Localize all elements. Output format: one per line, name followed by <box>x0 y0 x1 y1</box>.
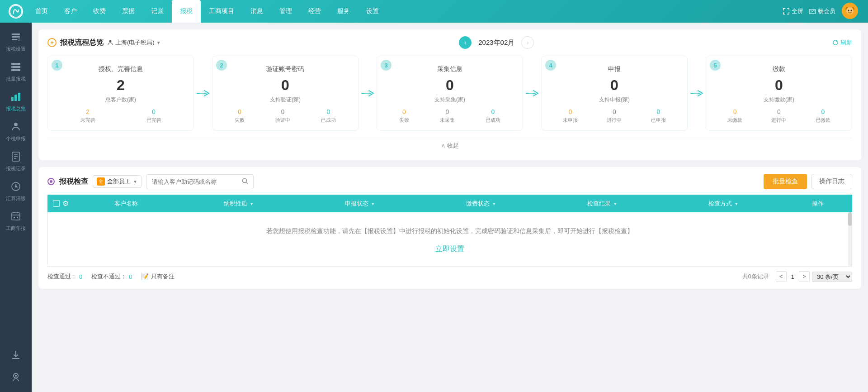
table-footer: 检查通过： 0 检查不通过： 0 📝 只有备注 共0条记录 < 1 <box>47 267 852 282</box>
nav-settings[interactable]: 设置 <box>358 0 387 23</box>
nav-accounting[interactable]: 记账 <box>143 0 172 23</box>
svg-rect-28 <box>18 93 20 101</box>
location-selector[interactable]: 上海(电子税局) ▼ <box>107 38 161 47</box>
svg-point-29 <box>14 123 18 126</box>
page-size-selector[interactable]: 30 条/页 50 条/页 100 条/页 <box>812 272 852 282</box>
nav-message[interactable]: 消息 <box>242 0 271 23</box>
total-records: 共0条记录 <box>742 272 769 281</box>
stat-verifying-num: 0 <box>281 108 285 115</box>
select-all-checkbox[interactable] <box>53 200 60 207</box>
filter-icon-3[interactable]: ▾ <box>493 201 495 206</box>
download-icon[interactable] <box>11 346 21 366</box>
tax-records-icon <box>10 151 21 163</box>
stat-not-paid-num: 0 <box>733 108 737 115</box>
sidebar-label-annual-settlement: 汇算清缴 <box>6 195 26 202</box>
filter-icon-1[interactable]: ▾ <box>250 201 253 206</box>
fullscreen-button[interactable]: 全屏 <box>783 7 803 15</box>
stat-declared-num: 0 <box>656 108 660 115</box>
pass-value[interactable]: 0 <box>79 273 82 280</box>
nav-items: 首页 客户 收费 票据 记账 报税 工商项目 消息 管理 经营 服务 设置 <box>27 0 783 23</box>
nav-home[interactable]: 首页 <box>27 0 56 23</box>
collapse-label: 收起 <box>447 142 459 149</box>
sidebar-item-tax-settings[interactable]: 报税设置 <box>0 27 32 57</box>
svg-rect-25 <box>11 69 20 71</box>
avatar[interactable] <box>841 2 859 21</box>
nav-fee[interactable]: 收费 <box>85 0 114 23</box>
step-number-4: 4 <box>545 60 556 71</box>
svg-rect-2 <box>783 8 784 10</box>
main-content: + 报税流程总览 上海(电子税局) ▼ ‹ 2023年02月 › <box>32 23 868 392</box>
app-logo[interactable] <box>5 0 27 23</box>
pass-label: 检查通过： <box>47 272 77 281</box>
vip-button[interactable]: 畅会员 <box>809 7 835 15</box>
stat-collected-label: 已成功 <box>486 117 500 124</box>
nav-manage[interactable]: 管理 <box>271 0 300 23</box>
nav-tax[interactable]: 报税 <box>172 0 201 23</box>
table-scrollbar[interactable] <box>848 212 852 266</box>
sidebar-label-tax-settings: 报税设置 <box>6 46 26 53</box>
sidebar-label-batch-tax: 批量报税 <box>6 76 26 82</box>
first-page-button[interactable]: < <box>776 271 787 282</box>
step-number-5: 5 <box>710 60 721 71</box>
collapse-button[interactable]: ∧ 收起 <box>47 138 852 153</box>
stat-verifying: 0 验证中 <box>275 108 290 124</box>
step-2: 2 验证账号密码 0 支持验证(家) 0 失败 0 验证中 <box>212 56 359 131</box>
sidebar-item-annual-report[interactable]: 工商年报 <box>0 206 32 236</box>
vip-icon <box>809 8 816 15</box>
stat-complete-num: 0 <box>152 108 156 115</box>
gear-icon[interactable]: ⚙ <box>62 199 69 208</box>
prev-month-button[interactable]: ‹ <box>459 36 472 49</box>
search-button[interactable] <box>237 175 253 189</box>
filter-icon-4[interactable]: ▾ <box>614 201 617 206</box>
filter-icon-5[interactable]: ▾ <box>735 201 738 206</box>
step-number-3: 3 <box>381 60 392 71</box>
next-month-button[interactable]: › <box>521 36 534 49</box>
sidebar-item-tax-overview[interactable]: 报税总览 <box>0 87 32 117</box>
operation-log-button[interactable]: 操作日志 <box>811 174 852 189</box>
process-steps: 1 授权、完善信息 2 总客户数(家) 2 未完善 0 已完善 <box>47 56 852 131</box>
step-subtitle-3: 支持采集(家) <box>384 96 516 104</box>
nav-invoice[interactable]: 票据 <box>114 0 143 23</box>
location-pin-icon[interactable] <box>11 368 21 387</box>
stat-declared: 0 已申报 <box>651 108 666 124</box>
sidebar-item-batch-tax[interactable]: 批量报税 <box>0 57 32 87</box>
nav-operation[interactable]: 经营 <box>300 0 329 23</box>
nav-client[interactable]: 客户 <box>56 0 85 23</box>
refresh-button[interactable]: 刷新 <box>832 38 852 47</box>
stat-not-paid: 0 未缴款 <box>727 108 742 124</box>
nav-service[interactable]: 服务 <box>329 0 358 23</box>
nav-business[interactable]: 工商项目 <box>201 0 242 23</box>
sidebar-item-individual-tax[interactable]: 个税申报 <box>0 117 32 147</box>
individual-tax-icon <box>10 121 21 134</box>
employee-filter[interactable]: 全 全部员工 ▼ <box>93 175 142 188</box>
batch-check-button[interactable]: 批量检查 <box>764 174 807 189</box>
step-title-3: 采集信息 <box>384 65 516 73</box>
step-subtitle-1: 总客户数(家) <box>55 96 187 104</box>
setup-link[interactable]: 立即设置 <box>435 245 464 253</box>
next-page-button[interactable]: > <box>799 271 810 282</box>
step-number-2: 2 <box>216 60 227 71</box>
sidebar-label-annual-report: 工商年报 <box>6 225 26 232</box>
stat-paid-num: 0 <box>821 108 825 115</box>
step-title-1: 授权、完善信息 <box>55 65 187 73</box>
scrollbar-thumb[interactable] <box>848 212 852 226</box>
footer-stats: 检查通过： 0 检查不通过： 0 📝 只有备注 <box>47 272 175 281</box>
stat-failed-label: 失败 <box>235 117 245 124</box>
search-input[interactable] <box>146 176 237 188</box>
sidebar-label-tax-records: 报税记录 <box>6 165 26 172</box>
sidebar-item-annual-settlement[interactable]: 汇算清缴 <box>0 177 32 206</box>
fullscreen-icon <box>783 8 790 15</box>
stat-declaring: 0 进行中 <box>607 108 622 124</box>
svg-rect-19 <box>12 39 17 40</box>
svg-rect-8 <box>789 12 790 14</box>
stat-paying-num: 0 <box>777 108 781 115</box>
step-5-stats: 0 未缴款 0 进行中 0 已缴款 <box>713 108 845 124</box>
note-stat: 📝 只有备注 <box>141 272 175 281</box>
stat-collect-failed: 0 失败 <box>399 108 409 124</box>
filter-icon-2[interactable]: ▾ <box>372 201 374 206</box>
step-4: 4 申报 0 支持申报(家) 0 未申报 0 进行中 <box>541 56 688 131</box>
sidebar-item-tax-records[interactable]: 报税记录 <box>0 147 32 177</box>
stat-collected-num: 0 <box>491 108 495 115</box>
fail-value[interactable]: 0 <box>129 273 132 280</box>
stat-verified: 0 已成功 <box>321 108 336 124</box>
